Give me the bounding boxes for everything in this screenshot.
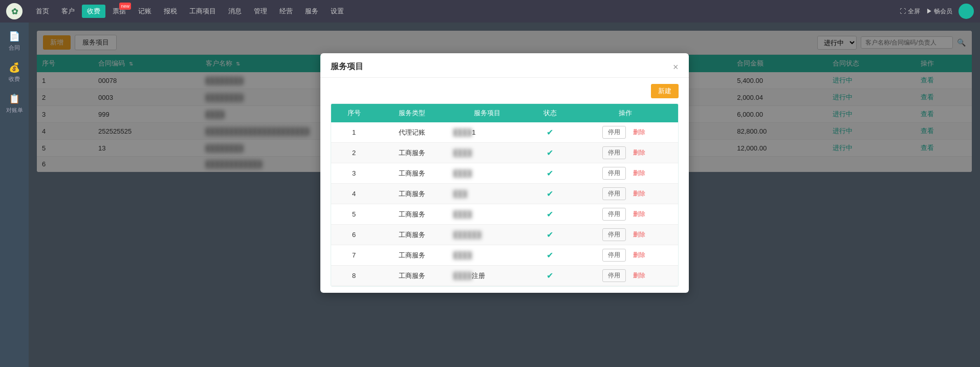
dialog-cell-type: 工商服务: [377, 184, 447, 204]
dialog-cell-project: ████1: [447, 122, 527, 143]
fullscreen-button[interactable]: ⛶ 全屏: [900, 7, 920, 16]
project-name: ████: [453, 128, 472, 136]
dialog-col-project: 服务项目: [447, 104, 527, 122]
dialog-title: 服务项目: [331, 61, 363, 72]
dialog-cell-status: ✔: [527, 143, 573, 163]
sidebar-item-contract-label: 合同: [9, 44, 20, 52]
nav-bookkeeping[interactable]: 记账: [133, 5, 157, 18]
dialog-cell-status: ✔: [527, 122, 573, 143]
check-icon: ✔: [547, 230, 553, 239]
check-icon: ✔: [547, 210, 553, 219]
stop-button[interactable]: 停用: [602, 228, 626, 241]
stop-button[interactable]: 停用: [602, 269, 626, 282]
dialog-close-button[interactable]: ×: [673, 62, 679, 72]
dialog-cell-action: 停用 删除: [573, 266, 678, 286]
nav-tax[interactable]: 报税: [159, 5, 182, 18]
dialog-cell-project: ████: [447, 163, 527, 184]
dialog-table-row: 3 工商服务 ████ ✔ 停用 删除: [331, 163, 678, 184]
dialog-table-row: 1 代理记账 ████1 ✔ 停用 删除: [331, 122, 678, 143]
dialog-table-row: 5 工商服务 ████ ✔ 停用 删除: [331, 204, 678, 225]
sidebar-item-reconciliation-label: 对账单: [6, 106, 23, 114]
sidebar: 📄 合同 💰 收费 📋 对账单: [0, 23, 29, 367]
dialog-cell-seq: 3: [331, 163, 377, 184]
stop-button[interactable]: 停用: [602, 167, 626, 180]
delete-button[interactable]: 删除: [630, 188, 648, 200]
stop-button[interactable]: 停用: [602, 146, 626, 159]
nav-settings[interactable]: 设置: [325, 5, 349, 18]
dialog-cell-type: 工商服务: [377, 204, 447, 225]
delete-button[interactable]: 删除: [630, 126, 648, 138]
dialog-cell-type: 工商服务: [377, 225, 447, 245]
delete-button[interactable]: 删除: [630, 229, 648, 241]
dialog-cell-action: 停用 删除: [573, 143, 678, 163]
contract-icon: 📄: [9, 31, 20, 42]
stop-button[interactable]: 停用: [602, 249, 626, 262]
dialog: 服务项目 × 新建 序号 服务类型 服务项目: [320, 53, 689, 293]
project-name: ████: [453, 251, 472, 259]
dialog-cell-type: 工商服务: [377, 245, 447, 266]
sidebar-item-fee-label: 收费: [9, 75, 20, 83]
dialog-table-row: 7 工商服务 ████ ✔ 停用 删除: [331, 245, 678, 266]
nav-business-project[interactable]: 工商项目: [184, 5, 221, 18]
check-icon: ✔: [547, 189, 553, 198]
layout: 📄 合同 💰 收费 📋 对账单 新增 服务项目 进行中 已完成 已终止: [0, 23, 980, 367]
dialog-cell-project: ████: [447, 204, 527, 225]
dialog-cell-status: ✔: [527, 266, 573, 286]
dialog-cell-status: ✔: [527, 204, 573, 225]
nav-fee[interactable]: 收费: [82, 5, 105, 18]
dialog-header: 服务项目 ×: [320, 53, 689, 78]
delete-button[interactable]: 删除: [630, 147, 648, 159]
stop-button[interactable]: 停用: [602, 187, 626, 200]
dialog-cell-type: 代理记账: [377, 122, 447, 143]
main-content: 新增 服务项目 进行中 已完成 已终止 🔍 序号 合同编: [29, 23, 980, 367]
nav-operation[interactable]: 经营: [274, 5, 298, 18]
dialog-cell-action: 停用 删除: [573, 184, 678, 204]
dialog-cell-project: ████: [447, 143, 527, 163]
delete-button[interactable]: 删除: [630, 167, 648, 179]
delete-button[interactable]: 删除: [630, 249, 648, 261]
dialog-cell-project: ████: [447, 245, 527, 266]
check-icon: ✔: [547, 169, 553, 178]
nav-message[interactable]: 消息: [223, 5, 247, 18]
nav-service[interactable]: 服务: [300, 5, 323, 18]
dialog-cell-status: ✔: [527, 184, 573, 204]
nav-home[interactable]: 首页: [31, 5, 54, 18]
dialog-cell-project: ██████: [447, 225, 527, 245]
stop-button[interactable]: 停用: [602, 126, 626, 139]
nav-customer[interactable]: 客户: [56, 5, 80, 18]
member-button[interactable]: ▶ 畅会员: [926, 7, 952, 16]
dialog-cell-status: ✔: [527, 225, 573, 245]
reconciliation-icon: 📋: [9, 93, 20, 104]
dialog-body: 新建 序号 服务类型 服务项目 状态 操作: [320, 78, 689, 293]
project-name: ████: [453, 210, 472, 218]
dialog-new-button[interactable]: 新建: [651, 84, 679, 98]
dialog-table-wrap[interactable]: 序号 服务类型 服务项目 状态 操作 1 代理记账 ████1 ✔ 停用: [331, 103, 679, 287]
check-icon: ✔: [547, 128, 553, 137]
sidebar-item-fee[interactable]: 💰 收费: [0, 58, 29, 87]
dialog-cell-type: 工商服务: [377, 143, 447, 163]
new-badge: new: [119, 3, 131, 10]
dialog-toolbar: 新建: [331, 84, 679, 98]
service-table: 序号 服务类型 服务项目 状态 操作 1 代理记账 ████1 ✔ 停用: [331, 104, 678, 286]
dialog-table-row: 6 工商服务 ██████ ✔ 停用 删除: [331, 225, 678, 245]
dialog-table-row: 4 工商服务 ███ ✔ 停用 删除: [331, 184, 678, 204]
dialog-col-seq: 序号: [331, 104, 377, 122]
dialog-cell-seq: 2: [331, 143, 377, 163]
dialog-cell-seq: 5: [331, 204, 377, 225]
nav-invoice[interactable]: 票据new: [107, 5, 131, 18]
check-icon: ✔: [547, 148, 553, 157]
dialog-cell-seq: 1: [331, 122, 377, 143]
project-name: ██████: [453, 231, 481, 239]
dialog-cell-seq: 7: [331, 245, 377, 266]
dialog-cell-type: 工商服务: [377, 266, 447, 286]
nav-management[interactable]: 管理: [249, 5, 272, 18]
dialog-cell-project: ████注册: [447, 266, 527, 286]
delete-button[interactable]: 删除: [630, 270, 648, 282]
stop-button[interactable]: 停用: [602, 208, 626, 221]
avatar[interactable]: [959, 4, 974, 19]
check-icon: ✔: [547, 271, 553, 280]
sidebar-item-contract[interactable]: 📄 合同: [0, 27, 29, 56]
project-name: ████: [453, 149, 472, 157]
sidebar-item-reconciliation[interactable]: 📋 对账单: [0, 89, 29, 118]
delete-button[interactable]: 删除: [630, 208, 648, 220]
